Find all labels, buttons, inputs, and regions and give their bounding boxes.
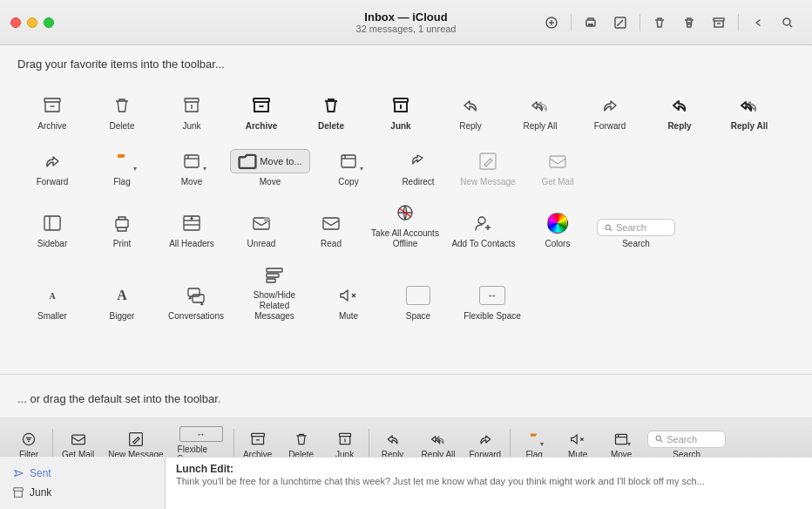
tool-unread[interactable]: Unread [227,194,296,253]
svg-point-27 [191,217,193,220]
tb-move-icon: ▾ [613,431,629,448]
tool-label: Junk [182,121,200,132]
tool-reply-light[interactable]: Reply [436,83,505,135]
tb-archive-icon [250,431,266,448]
tb-sep [52,429,53,460]
move-icon: ▾ [179,148,205,174]
tool-label: New Message [460,177,515,187]
tb-search-field[interactable]: Search [647,431,726,448]
svg-line-36 [610,229,612,231]
tool-mute[interactable]: Mute [314,256,383,325]
forward-light-icon [597,92,623,119]
tb-reply-all-icon [430,431,446,448]
tool-copy[interactable]: ▾ Copy [314,139,383,191]
colors-icon [545,210,571,236]
tool-new-message-gray[interactable]: New Message [453,139,523,191]
trash-icon[interactable] [646,9,673,37]
mail-body: Think you'll be free for a lunchtime cha… [176,475,802,488]
read-icon [318,210,344,236]
svg-rect-11 [44,98,60,102]
tool-read[interactable]: Read [296,194,366,253]
tool-delete-light[interactable]: Delete [87,83,157,135]
tool-archive-light[interactable]: Archive [17,83,87,135]
svg-rect-51 [339,433,350,436]
tool-print[interactable]: Print [87,194,157,253]
tool-reply-bold[interactable]: Reply [645,83,714,135]
svg-rect-17 [185,155,199,167]
tool-show-hide[interactable]: Show/Hide Related Messages [235,256,314,325]
tool-conversations[interactable]: Conversations [157,256,235,325]
archive-icon[interactable] [705,9,733,37]
tb-sep3 [369,429,369,460]
tool-move[interactable]: ▾ Move [157,139,227,191]
tool-reply-all-bold[interactable]: Reply All [714,83,784,135]
minimize-button[interactable] [27,17,37,28]
tool-sidebar[interactable]: Sidebar [17,194,87,253]
svg-rect-40 [267,274,279,277]
note-icon[interactable] [538,9,565,37]
tool-label: Forward [37,177,69,187]
tool-move-to[interactable]: Move to... Move [227,139,314,191]
close-button[interactable] [10,17,21,28]
tool-colors[interactable]: Colors [523,194,592,253]
tool-take-all-accounts[interactable]: Take All Accounts Offline [366,194,444,253]
sidebar-item-sent[interactable]: Sent [0,465,165,482]
tool-label: Copy [338,177,358,187]
tool-label: Flexible Space [464,311,521,322]
tool-flag[interactable]: ▾ Flag [87,139,157,191]
svg-rect-18 [342,155,355,167]
traffic-lights [10,17,54,28]
tool-label: Add To Contacts [451,239,515,249]
delete-icon[interactable] [675,9,703,37]
tool-archive-bold[interactable]: Archive [227,83,296,135]
tool-smaller[interactable]: A Smaller [17,256,87,325]
tool-label: Archive [37,121,66,132]
tool-bigger[interactable]: A Bigger [87,256,157,325]
svg-point-32 [478,217,485,224]
tool-forward2[interactable]: Forward [17,139,87,191]
drag-hint-bottom: ... or drag the default set into the too… [0,387,812,409]
tool-get-mail-gray[interactable]: Get Mail [523,139,592,191]
space-icon [405,282,431,309]
mute-icon [335,282,362,309]
tool-add-contacts[interactable]: Add To Contacts [444,194,523,253]
tool-junk-bold[interactable]: Junk [366,83,436,135]
title-bar: Inbox — iCloud 32 messages, 1 unread [0,0,812,45]
more-icon[interactable] [744,9,772,37]
junk-light-icon [179,92,205,119]
customize-area: Drag your favorite items into the toolba… [0,45,812,374]
tool-row-3: Sidebar Print All Headers [17,194,795,253]
bigger-icon: A [109,282,135,309]
svg-rect-12 [185,98,199,102]
compose-icon[interactable] [606,9,634,37]
sidebar-item-junk[interactable]: Junk [0,484,165,501]
divider [571,14,572,31]
tool-forward-light[interactable]: Forward [575,83,645,135]
search-icon[interactable] [774,9,802,37]
window-title-group: Inbox — iCloud 32 messages, 1 unread [356,10,457,34]
sidebar-sent-label: Sent [30,467,51,479]
flex-space-icon: ↔ [479,282,505,309]
reply-bold-icon [667,92,693,119]
delete-light-icon [109,92,135,119]
tool-space[interactable]: Space [383,256,453,325]
accounts-icon [392,200,418,226]
tool-all-headers[interactable]: All Headers [157,194,227,253]
tool-search[interactable]: Search Search [592,194,680,253]
svg-rect-20 [550,156,565,167]
tool-label: Take All Accounts Offline [369,228,441,249]
tool-label: Sidebar [37,239,67,249]
tool-reply-all-light[interactable]: Reply All [505,83,575,135]
add-contacts-icon [470,210,497,236]
tool-junk-light[interactable]: Junk [157,83,227,135]
tool-label: Search [622,239,650,249]
maximize-button[interactable] [44,17,54,28]
print-icon[interactable] [577,9,605,37]
tool-redirect[interactable]: Redirect [383,139,453,191]
tool-label: Redirect [402,177,434,187]
svg-point-35 [606,225,610,229]
junk-bold-icon [388,92,414,119]
tool-flex-space[interactable]: ↔ Flexible Space [453,256,531,325]
tb-forward-icon [477,431,493,448]
tool-delete-bold[interactable]: Delete [296,83,366,135]
